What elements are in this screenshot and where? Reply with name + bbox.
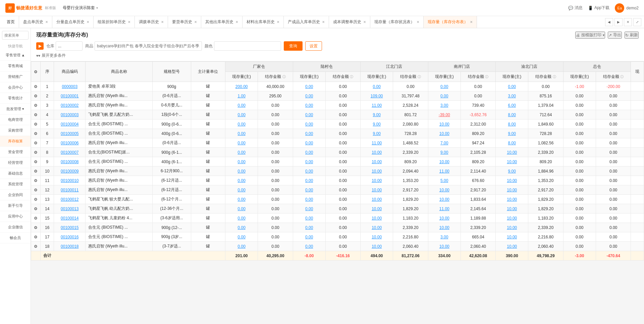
cell-zc-amt: 0.00 (596, 185, 631, 195)
close-requisition-history[interactable]: ✕ (194, 20, 197, 24)
sidebar-item-app-center[interactable]: 应用中心 (0, 211, 31, 222)
settings-button[interactable]: 设置 (305, 41, 322, 51)
cell-gear[interactable]: ⚙ (31, 120, 41, 129)
sidebar-item-enterprise[interactable]: 企业协同 (0, 190, 31, 200)
cell-code: 00100005 (54, 129, 86, 138)
cell-gear[interactable]: ⚙ (31, 185, 41, 195)
sidebar-item-operations[interactable]: 经营管理 (0, 157, 31, 168)
sidebar-item-ecommerce[interactable]: 电商管理 (0, 114, 31, 125)
sidebar-item-retail-manage[interactable]: 零售管理 ▲ (0, 50, 31, 61)
sidebar-item-retail-shop[interactable]: 零售商城 (0, 61, 31, 72)
cell-name: 爱他美 卓萃3段 (86, 82, 153, 91)
tab-other-out-history[interactable]: 其他出库单历史 ✕ (201, 16, 243, 28)
cell-spec: 1段(0-6个... (153, 110, 191, 120)
tab-inventory-history[interactable]: 盘点单历史 ✕ (19, 16, 52, 28)
tab-prev-btn[interactable]: ◀ (605, 18, 613, 26)
cell-gear[interactable]: ⚙ (31, 204, 41, 214)
tab-product-in-history[interactable]: 产成品入库单历史 ✕ (284, 16, 329, 28)
cell-gear[interactable]: ⚙ (31, 82, 41, 91)
tab-maximize-btn[interactable]: ⤢ (633, 18, 641, 26)
close-other-out-history[interactable]: ✕ (235, 20, 238, 24)
cell-gear[interactable]: ⚙ (31, 148, 41, 157)
cell-lc-amt: 0.00 (325, 204, 360, 214)
search-input[interactable] (2, 31, 29, 40)
cell-gear[interactable]: ⚙ (31, 214, 41, 223)
print-button[interactable]: 🖨 按模版打印 ▾ (575, 32, 605, 39)
guide-label: 新手引导 (8, 203, 23, 208)
cell-yb-qty: 6.00 (496, 101, 528, 110)
user-menu[interactable]: Ea demo2 (615, 3, 639, 13)
close-category-history[interactable]: ✕ (87, 20, 89, 24)
cell-jb-qty: 109.00 (361, 91, 393, 101)
tab-category-history[interactable]: 分量盘点单历史 ✕ (52, 16, 94, 28)
tab-material-out-history[interactable]: 材料出库单历史 ✕ (243, 16, 284, 28)
th-yb-amt: 结存金额 ⓘ (528, 72, 563, 82)
close-transfer-history[interactable]: ✕ (161, 20, 164, 24)
sidebar-item-retail-stats[interactable]: 零售统计 (0, 93, 31, 104)
close-material-out-history[interactable]: ✕ (277, 20, 279, 24)
tab-next-btn[interactable]: ▶ (614, 18, 623, 26)
company-dropdown-icon[interactable]: ▾ (96, 6, 98, 10)
th-gear[interactable]: ⚙ (31, 62, 41, 82)
close-stock-distribution[interactable]: ✕ (470, 20, 473, 24)
product-input[interactable] (95, 41, 202, 51)
cell-unit: 罐 (191, 101, 225, 110)
cell-gear[interactable]: ⚙ (31, 242, 41, 251)
sidebar-item-member[interactable]: 会员中心 (0, 82, 31, 93)
table-row: ⚙ 6 00100005 合生元 (BIOSTIME) ... 400g (0-… (31, 129, 644, 138)
close-inventory-history[interactable]: ✕ (45, 20, 48, 24)
company-selector[interactable]: 母婴行业演示陈套 ▾ (63, 5, 98, 11)
sidebar-item-system[interactable]: 系统管理 (0, 179, 31, 190)
query-button[interactable]: 查询 (284, 41, 303, 51)
sidebar-item-marketing[interactable]: 营销推广 (0, 72, 31, 82)
tab-cost-adjust-history[interactable]: 成本调整单历史 ✕ (329, 16, 370, 28)
tab-home[interactable]: 首页 (3, 16, 19, 28)
sidebar-item-member2[interactable]: 畅会员 (0, 233, 31, 243)
close-product-in-history[interactable]: ✕ (322, 20, 325, 24)
sidebar-item-basics[interactable]: 基础信息 (0, 168, 31, 179)
sidebar-item-enterprise-wechat[interactable]: 企业微信 (0, 222, 31, 233)
filter-expand-btn[interactable]: ▶ (36, 42, 44, 50)
color-input[interactable] (214, 41, 281, 51)
app-download-btn[interactable]: 📱 App下载 (588, 5, 609, 11)
tab-close-all-btn[interactable]: ✕ (624, 18, 632, 26)
cell-gear[interactable]: ⚙ (31, 101, 41, 110)
tab-inventory-history-label: 盘点单历史 (23, 19, 43, 25)
tab-stock-status[interactable]: 现存量（库存状况表） ✕ (370, 16, 424, 28)
close-assembly-history[interactable]: ✕ (128, 20, 130, 24)
sidebar-item-guide[interactable]: 新手引导 (0, 200, 31, 211)
msg-btn[interactable]: 💬 消息 (568, 5, 583, 11)
cell-gear[interactable]: ⚙ (31, 138, 41, 148)
close-cost-adjust-history[interactable]: ✕ (363, 20, 366, 24)
cell-gear[interactable]: ⚙ (31, 195, 41, 204)
tab-assembly-history[interactable]: 组装折卸单历史 ✕ (94, 16, 135, 28)
cell-gear[interactable]: ⚙ (31, 176, 41, 185)
top-bar-right: 💬 消息 📱 App下载 Ea demo2 (568, 3, 639, 13)
cell-cj-amt: 0.00 (258, 148, 293, 157)
cell-gear[interactable]: ⚙ (31, 223, 41, 232)
cell-gear[interactable]: ⚙ (31, 167, 41, 176)
sidebar-item-finance[interactable]: 资金管理 (0, 147, 31, 157)
cell-gear[interactable]: ⚙ (31, 232, 41, 242)
cell-na-amt: 2,105.28 (461, 148, 495, 157)
warehouse-input[interactable] (56, 41, 83, 51)
close-stock-status[interactable]: ✕ (417, 20, 419, 24)
cell-lc-qty: 0.00 (293, 167, 325, 176)
cell-jb-amt: 1,829.20 (393, 195, 428, 204)
cell-gear[interactable]: ⚙ (31, 157, 41, 167)
refresh-button[interactable]: ↻ 刷新 (625, 32, 639, 39)
cell-gear[interactable]: ⚙ (31, 129, 41, 138)
cell-gear[interactable]: ⚙ (31, 91, 41, 101)
export-button[interactable]: ↗ 导出 (608, 32, 622, 39)
cell-gear[interactable]: ⚙ (31, 110, 41, 120)
sidebar-item-wholesale[interactable]: 批发管理 ▾ (0, 104, 31, 114)
sidebar-item-purchase[interactable]: 采购管理 (0, 125, 31, 136)
quick-nav-label: 快捷导航 (0, 42, 31, 50)
table-row: ⚙ 18 00100018 惠氏启智 (Wyeth illu... (3-7岁适… (31, 242, 644, 251)
more-filters-button[interactable]: ▾▾ 展开更多条件 (36, 53, 66, 58)
cell-jb-amt: 2,080.80 (393, 120, 428, 129)
tab-transfer-history[interactable]: 调拨单历史 ✕ (135, 16, 168, 28)
tab-stock-distribution[interactable]: 现存量（库存分布表） ✕ (424, 16, 477, 28)
sidebar-item-inventory[interactable]: 库存核算 (0, 136, 31, 147)
tab-requisition-history[interactable]: 要货单历史 ✕ (168, 16, 201, 28)
